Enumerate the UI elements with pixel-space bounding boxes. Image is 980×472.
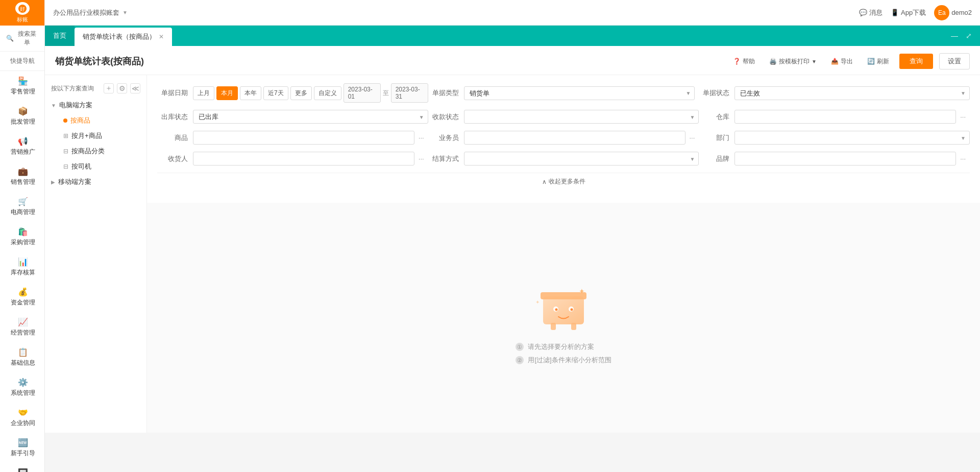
dept-group: 部门 [699,131,970,145]
message-icon: 💬 [859,9,867,16]
top-header: 办公用品行业模拟账套 ▼ 💬 消息 📱 App下载 Ea demo2 [45,0,980,26]
avatar: Ea [934,5,949,20]
sidebar-item-appcenter[interactable]: 🔲 应用中心 [0,463,44,472]
sidebar-item-label: 系统管理 [11,389,35,397]
empty-tips: ① 请先选择要分析的方案 ② 用[过滤]条件来缩小分析范围 [516,342,611,365]
search-menu-item[interactable]: 🔍 搜索菜单 [0,26,44,52]
export-btn[interactable]: 📤 导出 [827,55,857,68]
tab-expand-btn[interactable]: ⤢ [964,31,974,41]
warehouse-label: 仓库 [699,112,734,122]
collapse-btn[interactable]: ∧ 收起更多条件 [157,173,970,190]
salesperson-ellipsis[interactable]: ··· [685,132,699,144]
app-download-label: App下载 [901,8,926,17]
tree-item-by-goods[interactable]: 按商品 [57,113,146,128]
tree-item-by-driver[interactable]: ⊟ 按司机 [57,159,146,174]
page-title: 销货单统计表(按商品) [55,55,144,67]
refresh-btn[interactable]: 🔄 刷新 [863,55,893,68]
out-status-select[interactable]: 已出库 [193,110,428,124]
receiver-ellipsis[interactable]: ··· [414,153,428,164]
finance-icon: 💰 [18,287,28,297]
empty-tip-2: ② 用[过滤]条件来缩小分析范围 [516,356,611,365]
industry-selector[interactable]: 办公用品行业模拟账套 ▼ [53,8,128,17]
filter-area: 单据日期 上月 本月 本年 近7天 更多 自定义 2023-03-01 至 [147,75,980,203]
tree-item-by-month-goods[interactable]: ⊞ 按月+商品 [57,128,146,144]
date-btn-more[interactable]: 更多 [290,86,312,100]
salesperson-input[interactable] [464,131,685,145]
doc-type-select-wrapper: 销货单 [464,86,695,100]
sidebar-item-wholesale[interactable]: 📦 批发管理 [0,101,44,131]
sidebar-item-retail[interactable]: 🏪 零售管理 [0,71,44,101]
tab-report[interactable]: 销货单统计表（按商品） ✕ [75,28,172,46]
help-btn[interactable]: ❓ 帮助 [729,55,759,68]
wholesale-icon: 📦 [18,106,28,116]
expand-icon: ▶ [51,179,55,185]
username-label: demo2 [951,9,972,16]
receiver-input[interactable] [193,152,414,166]
date-btn-7days[interactable]: 近7天 [263,86,288,100]
tab-close-btn[interactable]: ✕ [159,33,164,40]
logo-text: 标账 [17,16,28,23]
app-download-btn[interactable]: 📱 App下载 [891,8,926,17]
quick-nav-item[interactable]: 快捷导航 [0,52,44,71]
tree-label: 按司机 [71,162,91,171]
svg-text:好: 好 [20,6,25,12]
retail-icon: 🏪 [18,76,28,86]
collection-select[interactable] [464,110,699,124]
tree-item-mobile[interactable]: ▶ 移动端方案 [45,174,146,190]
date-to-value[interactable]: 2023-03-31 [391,83,428,103]
message-btn[interactable]: 💬 消息 [859,8,883,17]
date-btn-custom[interactable]: 自定义 [314,86,341,100]
tree-item-by-category[interactable]: ⊟ 按商品分类 [57,144,146,159]
tab-minimize-btn[interactable]: — [949,31,960,41]
settlement-select[interactable] [464,152,699,166]
user-menu[interactable]: Ea demo2 [934,5,972,20]
sidebar-item-tutorial[interactable]: 🆕 新手引导 [0,433,44,463]
dept-select[interactable] [734,131,970,145]
settings-label: 设置 [948,57,961,65]
goods-ellipsis[interactable]: ··· [414,132,428,144]
doc-type-label: 单据类型 [428,88,464,98]
doc-status-select[interactable]: 已生效 [734,86,970,100]
sidebar-item-ecommerce[interactable]: 🛒 电商管理 [0,192,44,222]
sidebar-item-cooperation[interactable]: 🤝 企业协同 [0,403,44,433]
settings-scheme-btn[interactable]: ⚙ [117,83,127,93]
warehouse-input[interactable] [734,110,956,124]
add-scheme-btn[interactable]: ＋ [104,83,114,93]
sidebar-item-basics[interactable]: 📋 基础信息 [0,342,44,372]
date-btn-this-year[interactable]: 本年 [240,86,261,100]
warehouse-ellipsis[interactable]: ··· [956,111,970,123]
tree-item-desktop[interactable]: ▼ 电脑端方案 [45,98,146,113]
settings-btn[interactable]: 设置 [939,53,970,69]
query-btn[interactable]: 查询 [899,54,933,69]
print-btn[interactable]: 🖨️ 按模板打印 ▼ [765,55,821,68]
svg-rect-10 [551,323,556,330]
ecommerce-icon: 🛒 [18,197,28,206]
sidebar: 好 标账 🔍 搜索菜单 快捷导航 🏪 零售管理 📦 批发管理 📢 营销推广 💼 … [0,0,45,472]
page-actions: ❓ 帮助 🖨️ 按模板打印 ▼ 📤 导出 🔄 刷新 [729,53,970,69]
sidebar-item-inventory[interactable]: 📊 库存核算 [0,252,44,282]
collapse-panel-btn[interactable]: ≪ [130,83,140,93]
sidebar-item-sales[interactable]: 💼 销售管理 [0,161,44,192]
tree-label: 按商品分类 [71,147,105,156]
filter-row-3: 商品 ··· 业务员 ··· 部门 [157,131,970,145]
side-panel-header: 按以下方案查询 ＋ ⚙ ≪ [45,81,146,98]
message-label: 消息 [869,8,883,17]
sidebar-item-purchase[interactable]: 🛍️ 采购管理 [0,222,44,252]
sidebar-item-system[interactable]: ⚙️ 系统管理 [0,372,44,403]
doc-type-select[interactable]: 销货单 [464,86,695,100]
date-from-value[interactable]: 2023-03-01 [344,83,381,103]
goods-input[interactable] [193,131,414,145]
sidebar-item-marketing[interactable]: 📢 营销推广 [0,131,44,161]
tab-home[interactable]: 首页 [45,26,75,46]
brand-ellipsis[interactable]: ··· [956,153,970,164]
date-btn-last-month[interactable]: 上月 [193,86,214,100]
date-btn-this-month[interactable]: 本月 [216,86,238,100]
nav-label: 快捷导航 [10,57,35,64]
brand-input[interactable] [734,152,956,166]
active-dot [63,119,67,123]
help-label: 帮助 [743,57,755,66]
collection-status-group: 收款状态 [428,110,699,124]
sidebar-item-operations[interactable]: 📈 经营管理 [0,312,44,342]
sidebar-item-finance[interactable]: 💰 资金管理 [0,282,44,312]
dept-label: 部门 [699,133,734,143]
